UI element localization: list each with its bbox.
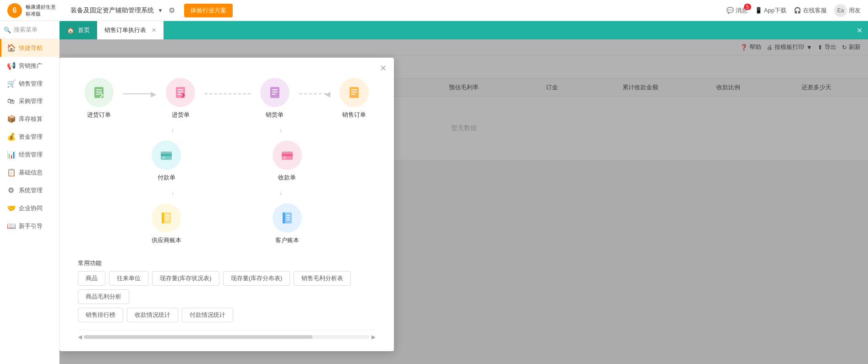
tab-bar-close-btn[interactable]: ✕ [851, 21, 868, 39]
home-tab-icon: 🏠 [67, 27, 74, 34]
message-badge: 5 [744, 4, 751, 10]
flow-node-purchase-order[interactable]: 进货订单 [81, 72, 117, 125]
svg-rect-28 [283, 212, 285, 223]
search-menu-btn[interactable]: 🔍 搜索菜单 [0, 21, 59, 39]
func-buttons-row2: 销售排行榜 收款情况统计 付款情况统计 [78, 308, 376, 322]
common-functions-title: 常用功能 [78, 259, 376, 267]
flow-node-purchase-bill[interactable]: 进货单 [162, 72, 199, 125]
purchase-bill-icon [166, 78, 195, 107]
app-download-btn[interactable]: 📱 App下载 [755, 6, 786, 15]
svg-rect-23 [162, 212, 164, 223]
online-service-btn[interactable]: 🎧 在线客服 [794, 6, 827, 15]
sidebar-item-quick-nav[interactable]: 🏠 快捷导航 [0, 39, 59, 57]
modal-scroll-area: ◀ ▶ [78, 330, 376, 340]
message-icon: 💬 [726, 7, 734, 14]
sales-icon: 🛒 [7, 79, 15, 88]
main-layout: 🔍 搜索菜单 🏠 快捷导航 📢 营销推广 🛒 销售管理 🛍 采购管理 📦 库存核… [0, 21, 868, 364]
svg-text:¥: ¥ [283, 156, 286, 160]
scroll-left-btn[interactable]: ◀ [78, 334, 82, 340]
sidebar-item-finance[interactable]: 💰 资金管理 [0, 128, 59, 146]
func-btn-payment-stats[interactable]: 付款情况统计 [182, 308, 233, 322]
modal-box: ✕ [60, 58, 394, 351]
sidebar-item-newbie[interactable]: 📖 新手引导 [0, 217, 59, 235]
sales-bill-label: 销货单 [266, 111, 284, 119]
trial-btn[interactable]: 体验行业方案 [184, 4, 233, 17]
func-btn-stock-dist[interactable]: 现存量(库存分布表) [223, 271, 290, 286]
sidebar-item-sales[interactable]: 🛒 销售管理 [0, 75, 59, 92]
tab-bar: 🏠 首页 销售订单执行表 ✕ ✕ [60, 21, 868, 39]
sidebar-item-enterprise[interactable]: 🤝 企业协同 [0, 199, 59, 217]
func-btn-receipt-stats[interactable]: 收款情况统计 [127, 308, 178, 322]
logo-area: 6 畅康通好生意 标准版 [7, 3, 67, 18]
sales-order-label: 销售订单 [342, 111, 366, 119]
user-area[interactable]: Ea 用友 [834, 4, 861, 17]
sales-bill-icon [260, 78, 289, 107]
system-title-area: 装备及固定资产辅助管理系统 ▼ ⚙ 体验行业方案 [71, 4, 726, 17]
sidebar-item-basic-info[interactable]: 📋 基础信息 [0, 163, 59, 181]
logo-text: 畅康通好生意 标准版 [26, 4, 56, 17]
sidebar-item-purchase[interactable]: 🛍 采购管理 [0, 92, 59, 110]
purchase-bill-label: 进货单 [172, 111, 190, 119]
basic-info-icon: 📋 [7, 168, 15, 177]
receipt-label: 收款单 [278, 174, 296, 182]
service-icon: 🎧 [794, 7, 801, 14]
flow-node-payment[interactable]: ¥ 付款单 [135, 135, 199, 187]
newbie-icon: 📖 [7, 222, 15, 230]
search-icon: 🔍 [4, 27, 11, 33]
marketing-icon: 📢 [7, 61, 15, 70]
settings-gear-btn[interactable]: ⚙ [169, 6, 175, 15]
purchase-icon: 🛍 [7, 97, 15, 105]
top-header: 6 畅康通好生意 标准版 装备及固定资产辅助管理系统 ▼ ⚙ 体验行业方案 💬 … [0, 0, 868, 21]
modal-close-btn[interactable]: ✕ [380, 63, 387, 73]
supplier-ledger-label: 供应商账本 [152, 236, 181, 244]
avatar: Ea [834, 4, 847, 17]
enterprise-icon: 🤝 [7, 204, 15, 212]
finance-icon: 💰 [7, 132, 15, 141]
flow-node-supplier-ledger[interactable]: 供应商账本 [135, 198, 199, 250]
tab-close-btn[interactable]: ✕ [152, 27, 156, 33]
func-btn-sales-rank[interactable]: 销售排行榜 [78, 308, 123, 322]
sidebar: 🔍 搜索菜单 🏠 快捷导航 📢 营销推广 🛒 销售管理 🛍 采购管理 📦 库存核… [0, 21, 60, 364]
sidebar-item-system[interactable]: ⚙ 系统管理 [0, 181, 59, 199]
flow-node-customer-ledger[interactable]: 客户账本 [255, 198, 319, 250]
func-btn-counterpart[interactable]: 往来单位 [109, 271, 148, 286]
scroll-thumb [84, 335, 312, 339]
purchase-order-label: 进货订单 [87, 111, 111, 119]
flow-node-sales-order[interactable]: 销售订单 [336, 72, 372, 125]
sidebar-item-marketing[interactable]: 📢 营销推广 [0, 57, 59, 75]
operations-icon: 📊 [7, 150, 15, 159]
flow-node-receipt[interactable]: ¥ 收款单 [255, 135, 319, 187]
system-title: 装备及固定资产辅助管理系统 [71, 6, 154, 15]
system-dropdown-btn[interactable]: ▼ [158, 7, 163, 14]
svg-text:¥: ¥ [162, 156, 165, 160]
download-icon: 📱 [755, 7, 762, 14]
func-btn-stock-status[interactable]: 现存量(库存状况表) [152, 271, 219, 286]
flow-node-sales-bill[interactable]: 销货单 [257, 72, 293, 125]
customer-ledger-label: 客户账本 [275, 236, 299, 244]
content-area: 🏠 首页 销售订单执行表 ✕ ✕ ❓ 帮助 🖨 按模板打印 [60, 21, 868, 364]
header-right: 💬 消息 5 📱 App下载 🎧 在线客服 Ea 用友 [726, 4, 861, 17]
system-icon: ⚙ [7, 186, 15, 195]
func-btn-product-margin[interactable]: 商品毛利分析 [78, 289, 129, 304]
sidebar-item-operations[interactable]: 📊 经营管理 [0, 146, 59, 163]
receipt-icon: ¥ [273, 141, 302, 170]
logo-icon: 6 [7, 3, 22, 18]
func-btn-product[interactable]: 商品 [78, 271, 105, 286]
scroll-right-btn[interactable]: ▶ [371, 334, 376, 340]
message-btn[interactable]: 💬 消息 5 [726, 6, 748, 15]
func-buttons: 商品 往来单位 现存量(库存状况表) 现存量(库存分布表) 销售毛利分析表 商品… [78, 271, 376, 304]
modal-overlay: ✕ [60, 39, 868, 364]
tab-home[interactable]: 🏠 首页 [60, 21, 97, 39]
payment-icon: ¥ [152, 141, 181, 170]
customer-ledger-icon [273, 203, 302, 233]
purchase-order-icon [84, 78, 114, 107]
home-icon: 🏠 [7, 43, 15, 52]
sidebar-item-inventory[interactable]: 📦 库存核算 [0, 110, 59, 128]
page-content: ❓ 帮助 🖨 按模板打印 ▼ ⬆ 导出 ↻ 刷新 [60, 39, 868, 364]
common-functions: 常用功能 商品 往来单位 现存量(库存状况表) 现存量(库存分布表) 销售毛利分… [78, 259, 376, 322]
scroll-track[interactable] [84, 335, 370, 339]
func-btn-sales-margin[interactable]: 销售毛利分析表 [294, 271, 351, 286]
payment-label: 付款单 [158, 174, 175, 182]
supplier-ledger-icon [152, 203, 181, 233]
tab-sales-order-exec[interactable]: 销售订单执行表 ✕ [97, 21, 164, 39]
